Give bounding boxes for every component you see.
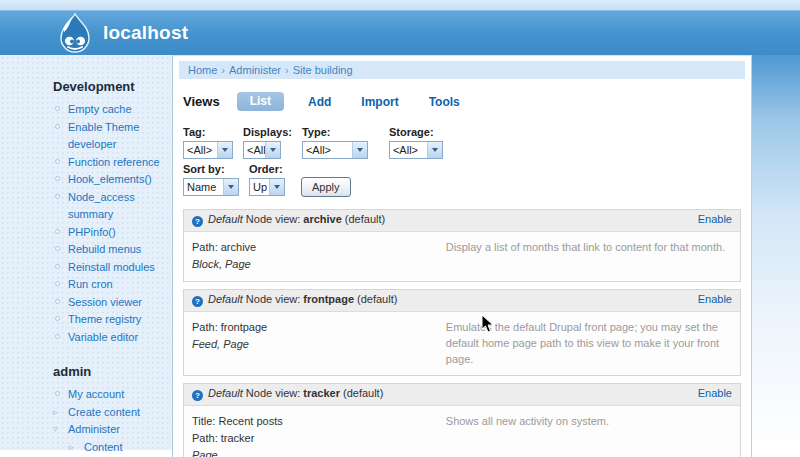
breadcrumb-separator: › [221, 64, 225, 76]
drupal-droplet-logo [53, 12, 97, 56]
bullet-icon [55, 176, 60, 181]
storage-filter-label: Storage: [389, 126, 443, 138]
site-name-link[interactable]: localhost [103, 22, 188, 44]
sidebar-item-run-cron[interactable]: Run cron [54, 276, 166, 294]
breadcrumb-site-building[interactable]: Site building [293, 64, 353, 76]
tab-import[interactable]: Import [361, 95, 398, 109]
type-filter-select[interactable]: <All> [302, 141, 368, 159]
sidebar-item-create-content[interactable]: ▹Create content [54, 404, 166, 422]
sidebar-item-rebuild-menus[interactable]: Rebuild menus [54, 241, 166, 259]
sidebar: Development Empty cache Enable Theme dev… [0, 55, 172, 450]
sort-by-label: Sort by: [183, 163, 239, 175]
bullet-icon [55, 194, 60, 199]
view-badge: Default [208, 387, 243, 399]
sidebar-item-administer[interactable]: ▿Administer [54, 421, 166, 439]
bullet-icon [55, 229, 60, 234]
view-suffix: (default) [345, 213, 385, 225]
view-suffix: (default) [357, 293, 397, 305]
sidebar-menu-admin: My account ▹Create content ▿Administer ▹… [54, 386, 164, 457]
view-name: frontpage [303, 293, 354, 305]
tab-add[interactable]: Add [308, 95, 331, 109]
sidebar-item-my-account[interactable]: My account [54, 386, 166, 404]
bullet-icon [55, 316, 60, 321]
sidebar-item-enable-theme-developer[interactable]: Enable Theme developer [54, 119, 166, 154]
bullet-icon [55, 391, 60, 396]
sidebar-item-theme-registry[interactable]: Theme registry [54, 311, 166, 329]
order-select[interactable]: Up [249, 178, 285, 196]
help-icon[interactable]: ? [192, 390, 203, 401]
view-row-tracker: ?DefaultNode view:tracker(default) Enabl… [183, 383, 741, 457]
top-strip [0, 0, 800, 10]
sidebar-item-empty-cache[interactable]: Empty cache [54, 101, 166, 119]
view-displays: Block, Page [192, 256, 446, 273]
enable-link[interactable]: Enable [698, 387, 732, 399]
view-description: Display a list of months that link to co… [446, 239, 732, 273]
tag-filter-select[interactable]: <All> [183, 141, 233, 159]
view-row-header: ?DefaultNode view:archive(default) Enabl… [184, 210, 740, 232]
sidebar-item-session-viewer[interactable]: Session viewer [54, 294, 166, 312]
bullet-icon [55, 106, 60, 111]
sidebar-menu-development: Empty cache Enable Theme developer Funct… [54, 101, 164, 346]
sidebar-section-admin: admin [53, 364, 164, 379]
sidebar-item-reinstall-modules[interactable]: Reinstall modules [54, 259, 166, 277]
tag-filter-label: Tag: [183, 126, 233, 138]
order-label: Order: [249, 163, 285, 175]
bullet-icon [55, 246, 60, 251]
chevron-down-icon: ▿ [53, 421, 58, 439]
apply-button[interactable]: Apply [301, 177, 351, 197]
displays-filter-label: Displays: [243, 126, 292, 138]
type-filter-label: Type: [302, 126, 368, 138]
view-path: Path: archive [192, 239, 446, 256]
view-description: Shows all new activity on system. [446, 413, 732, 457]
sidebar-item-phpinfo[interactable]: PHPinfo() [54, 224, 166, 242]
chevron-down-icon [265, 142, 280, 158]
chevron-right-icon: ▹ [53, 404, 58, 422]
sidebar-item-hook-elements[interactable]: Hook_elements() [54, 171, 166, 189]
view-filters: Tag: <All> Displays: <All> Type: [183, 126, 741, 197]
view-path: Path: frontpage [192, 319, 446, 336]
bullet-icon [55, 334, 60, 339]
view-type: Node view: [246, 293, 300, 305]
view-displays: Feed, Page [192, 336, 446, 353]
bullet-icon [55, 299, 60, 304]
bullet-icon [55, 124, 60, 129]
chevron-down-icon [427, 142, 442, 158]
view-name: archive [303, 213, 342, 225]
view-badge: Default [208, 213, 243, 225]
view-path: Path: tracker [192, 430, 446, 447]
enable-link[interactable]: Enable [698, 213, 732, 225]
sidebar-item-variable-editor[interactable]: Variable editor [54, 329, 166, 347]
breadcrumb-administer[interactable]: Administer [229, 64, 281, 76]
sort-by-select[interactable]: Name [183, 178, 239, 196]
breadcrumb-separator: › [285, 64, 289, 76]
sidebar-item-content-management[interactable]: ▹Content management [70, 439, 166, 457]
enable-link[interactable]: Enable [698, 293, 732, 305]
chevron-down-icon [269, 179, 284, 195]
help-icon[interactable]: ? [192, 216, 203, 227]
breadcrumb: Home›Administer›Site building [179, 61, 745, 79]
view-row-frontpage: ?DefaultNode view:frontpage(default) Ena… [183, 289, 741, 376]
view-displays: Page [192, 447, 446, 457]
view-row-header: ?DefaultNode view:tracker(default) Enabl… [184, 384, 740, 406]
storage-filter-select[interactable]: <All> [389, 141, 443, 159]
sidebar-section-development: Development [53, 79, 164, 94]
sidebar-item-node-access-summary[interactable]: Node_access summary [54, 189, 166, 224]
chevron-right-icon: ▹ [69, 439, 74, 457]
bullet-icon [55, 159, 60, 164]
main-panel: Home›Administer›Site building Views List… [172, 55, 752, 457]
help-icon[interactable]: ? [192, 296, 203, 307]
tab-list[interactable]: List [237, 92, 284, 111]
view-type: Node view: [246, 213, 300, 225]
displays-filter-select[interactable]: <All> [243, 141, 281, 159]
view-title: Title: Recent posts [192, 413, 446, 430]
view-row-archive: ?DefaultNode view:archive(default) Enabl… [183, 209, 741, 282]
view-suffix: (default) [343, 387, 383, 399]
view-type: Node view: [246, 387, 300, 399]
bullet-icon [55, 264, 60, 269]
chevron-down-icon [352, 142, 367, 158]
view-name: tracker [303, 387, 340, 399]
sidebar-item-function-reference[interactable]: Function reference [54, 154, 166, 172]
tab-tools[interactable]: Tools [429, 95, 460, 109]
view-description: Emulates the default Drupal front page; … [446, 319, 732, 367]
breadcrumb-home[interactable]: Home [188, 64, 217, 76]
